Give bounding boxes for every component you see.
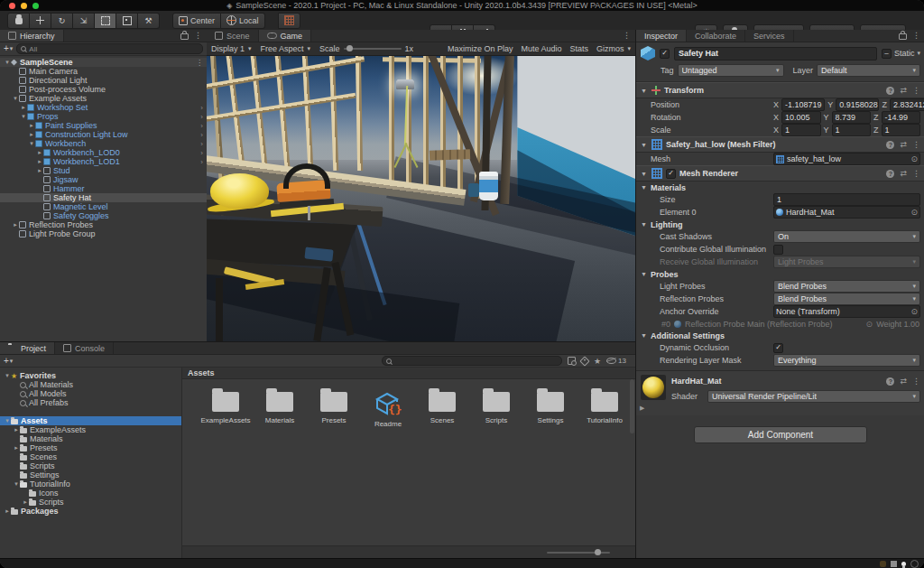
tag-dropdown[interactable]: Untagged▾ [678,64,784,77]
rotation-x-field[interactable]: 10.005 [781,111,820,124]
expand-arrow-icon[interactable] [12,95,19,102]
rendering-layer-mask-dropdown[interactable]: Everything▾ [773,354,920,367]
probes-foldout[interactable]: ▼Probes [636,268,924,280]
rotate-tool-button[interactable]: ↻ [51,13,73,29]
hierarchy-item[interactable]: Paint Supplies › ⋮ [0,121,207,130]
expand-arrow-icon[interactable] [36,158,43,165]
project-tree-item[interactable]: TutorialInfo [0,480,181,489]
preset-icon[interactable]: ⇄ [900,377,907,386]
project-tree-item[interactable]: All Prefabs [0,398,181,407]
hierarchy-search-input[interactable]: All [16,43,203,54]
scale-slider[interactable]: Scale 1x [319,44,413,53]
shader-dropdown[interactable]: Universal Render Pipeline/Lit▾ [707,390,920,403]
search-by-label-icon[interactable] [579,356,589,366]
scale-tool-button[interactable]: ⇲ [73,13,95,29]
expand-arrow-icon[interactable] [4,417,11,424]
tab-inspector[interactable]: Inspector [636,30,687,42]
hierarchy-item[interactable]: Construction Light Low › ⋮ [0,130,207,139]
hierarchy-item[interactable]: Workshop Set › ⋮ [0,103,207,112]
hierarchy-item[interactable]: Workbench › ⋮ [0,139,207,148]
project-tree-item[interactable]: Scenes [0,452,181,461]
additional-settings-foldout[interactable]: ▼Additional Settings [636,330,924,341]
anchor-override-field[interactable]: None (Transform)⊙ [773,305,920,318]
prefab-chevron-icon[interactable]: › [200,104,207,112]
move-tool-button[interactable] [30,13,51,29]
expand-arrow-icon[interactable] [13,444,20,452]
game-viewport[interactable] [207,56,635,341]
help-icon[interactable]: ? [886,170,894,178]
asset-item[interactable]: {} Materials [260,392,300,428]
kebab-menu-icon[interactable]: ⋮ [912,141,920,149]
tab-services[interactable]: Services [745,30,794,42]
prefab-chevron-icon[interactable]: › [200,131,207,139]
kebab-menu-icon[interactable]: ⋮ [912,170,920,178]
cast-shadows-dropdown[interactable]: On▾ [773,230,920,243]
kebab-menu-icon[interactable]: ⋮ [912,377,920,386]
expand-arrow-icon[interactable] [12,221,19,228]
transform-tool-button[interactable] [116,13,138,29]
scrollbar[interactable] [630,379,634,433]
custom-tool-button[interactable]: ⚒ [138,13,160,29]
project-tree-item[interactable]: All Materials [0,380,181,389]
hierarchy-item[interactable]: Reflection Probes › ⋮ [0,220,207,229]
prefab-chevron-icon[interactable]: › [200,158,207,166]
project-tree-item[interactable]: All Models [0,389,181,398]
expand-arrow-icon[interactable] [13,480,20,488]
hierarchy-item[interactable]: Stud › ⋮ [0,166,207,175]
tab-scene[interactable]: Scene [207,30,259,42]
asset-item[interactable]: {} TutorialInfo [585,392,624,428]
expand-arrow-icon[interactable] [28,131,35,138]
hand-tool-button[interactable] [7,13,30,29]
scale-slider-knob[interactable] [346,45,353,51]
scale-y-field[interactable]: 1 [832,124,871,136]
asset-item[interactable]: {} ExampleAssets [206,392,245,428]
kebab-menu-icon[interactable]: ⋮ [623,32,631,40]
expand-arrow-icon[interactable] [22,498,29,506]
rect-tool-button[interactable] [95,13,116,29]
maximize-on-play-button[interactable]: Maximize On Play [448,44,513,53]
foldout-arrow-icon[interactable]: ▼ [641,142,648,148]
project-tree-item[interactable]: Packages [0,507,181,516]
hierarchy-item[interactable]: Main Camera › ⋮ [0,67,207,76]
hierarchy-item[interactable]: Post-process Volume › ⋮ [0,85,207,94]
mesh-renderer-component-header[interactable]: ▼ ✓ Mesh Renderer ?⇄⋮ [636,165,924,182]
static-dropdown[interactable]: –Static▾ [882,49,920,59]
contribute-gi-checkbox[interactable] [773,245,783,255]
asset-item[interactable]: {} Presets [314,392,354,428]
hierarchy-item[interactable]: Workbench_LOD1 › ⋮ [0,157,207,166]
lock-icon[interactable] [180,33,189,40]
layer-dropdown[interactable]: Default▾ [817,64,920,77]
help-icon[interactable]: ? [886,377,894,386]
foldout-arrow-icon[interactable]: ▼ [641,171,648,177]
active-checkbox[interactable]: ✓ [660,49,670,59]
asset-item[interactable]: {} Scripts [476,392,516,428]
preset-icon[interactable]: ⇄ [900,169,907,178]
expand-arrow-icon[interactable] [4,507,11,515]
project-tree-item[interactable]: Settings [0,470,181,480]
lighting-foldout[interactable]: ▼Lighting [636,219,924,230]
create-asset-button[interactable]: +▾ [4,357,13,366]
pivot-toggle-button[interactable]: Center [172,13,221,29]
gizmos-dropdown[interactable]: Gizmos▾ [596,44,631,53]
tab-hierarchy[interactable]: Hierarchy [0,30,64,42]
project-search-input[interactable] [382,356,562,366]
project-tree-item[interactable]: Scripts [0,461,181,470]
object-picker-icon[interactable]: ⊙ [910,154,918,163]
rotation-y-field[interactable]: 8.739 [832,111,871,124]
dynamic-occlusion-checkbox[interactable]: ✓ [773,343,783,353]
material-foldout-arrow-icon[interactable]: ▶ [636,403,924,412]
stats-button[interactable]: Stats [569,44,588,53]
tab-console[interactable]: Console [55,342,114,354]
expand-arrow-icon[interactable] [28,140,35,147]
kebab-menu-icon[interactable]: ⋮ [912,32,920,40]
progress-status-icon[interactable] [910,560,919,568]
window-status-icon[interactable] [891,561,897,567]
lighting-status-icon[interactable] [901,562,906,566]
mute-audio-button[interactable]: Mute Audio [521,44,561,53]
thumbnail-zoom-slider[interactable] [547,552,610,554]
expand-arrow-icon[interactable] [20,113,27,120]
hierarchy-item[interactable]: Safety Hat › ⋮ [0,193,207,202]
expand-arrow-icon[interactable] [4,59,11,66]
hierarchy-item[interactable]: Workbench_LOD0 › ⋮ [0,148,207,157]
transform-component-header[interactable]: ▼ Transform ?⇄⋮ [636,82,924,98]
